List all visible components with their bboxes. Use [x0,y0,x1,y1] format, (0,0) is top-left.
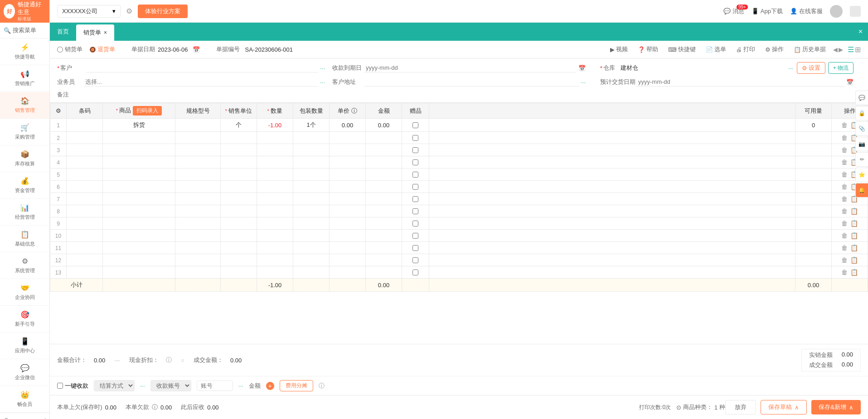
owed-info-icon[interactable]: ⓘ [152,403,158,411]
barcode-cell[interactable] [67,132,103,144]
tab-home[interactable]: 首页 [50,23,76,41]
barcode-input[interactable] [70,220,99,227]
unit-price-cell[interactable]: 0.00 [330,119,366,132]
gift-cell[interactable] [402,144,429,156]
sidebar-item-operations[interactable]: 📊 经营管理 [0,199,49,226]
qty-cell[interactable] [257,205,293,217]
account-select[interactable]: 收款账号 [150,380,191,391]
spec-cell[interactable] [175,132,221,144]
qty-cell[interactable] [257,181,293,193]
payment-dots[interactable]: ··· [140,382,145,389]
gift-checkbox[interactable] [412,233,418,239]
gift-cell[interactable] [402,242,429,254]
product-cell[interactable] [103,266,175,279]
gift-cell[interactable] [402,181,429,193]
sidebar-item-members[interactable]: 👑 畅会员 [0,386,49,413]
sidebar-item-system-mgmt[interactable]: ⚙ 系统管理 [0,252,49,279]
gift-cell[interactable] [402,132,429,144]
toolbar-shortcut[interactable]: ⌨ 快捷键 [665,44,698,54]
float-attach[interactable]: 📎 [855,121,868,136]
barcode-input[interactable] [70,257,99,264]
gift-checkbox[interactable] [412,135,418,141]
spec-cell[interactable] [175,242,221,254]
delete-icon[interactable]: 🗑 [841,121,848,129]
barcode-input[interactable] [70,245,99,251]
gift-cell[interactable] [402,230,429,242]
barcode-cell[interactable] [67,205,103,217]
online-service-item[interactable]: 👤 在线客服 [790,7,823,15]
delete-icon[interactable]: 🗑 [841,146,848,154]
qty-cell[interactable] [257,144,293,156]
sidebar-item-app-center[interactable]: 📱 应用中心 [0,332,49,359]
save-new-btn[interactable]: 保存&新增 ∧ [811,400,861,414]
unit-price-cell[interactable] [330,217,366,230]
qty-cell[interactable] [257,193,293,205]
qty-cell[interactable] [257,217,293,230]
delete-icon[interactable]: 🗑 [841,183,848,190]
gift-checkbox[interactable] [412,270,418,275]
float-camera[interactable]: 📷 [855,137,868,151]
sidebar-item-finance[interactable]: 💰 资金管理 [0,172,49,199]
delete-icon[interactable]: 🗑 [841,195,848,202]
qty-cell[interactable] [257,254,293,266]
spec-cell[interactable] [175,156,221,169]
toolbar-print[interactable]: 🖨 打印 [733,44,758,54]
product-cell[interactable] [103,144,175,156]
barcode-input[interactable] [70,183,99,190]
customer-dots[interactable]: ··· [320,65,325,72]
copy-icon[interactable]: 📋 [850,269,858,276]
expected-date-cal-icon[interactable]: 📅 [846,79,853,86]
save-draft-btn[interactable]: 保存草稿 ∧ [761,400,807,414]
gift-checkbox[interactable] [412,196,418,202]
barcode-input[interactable] [70,208,99,215]
sidebar-item-quick-nav[interactable]: ⚡ 快捷导航 [0,39,49,65]
unit-price-cell[interactable] [330,181,366,193]
warehouse-dots[interactable]: ··· [788,65,793,72]
gift-cell[interactable] [402,169,429,181]
gift-checkbox[interactable] [412,257,418,263]
sidebar-item-inventory[interactable]: 📦 库存核算 [0,145,49,172]
sidebar-item-enterprise[interactable]: 🤝 企业协同 [0,279,49,306]
barcode-input[interactable] [70,171,99,178]
qty-cell[interactable] [257,242,293,254]
barcode-cell[interactable] [67,169,103,181]
barcode-cell[interactable] [67,217,103,230]
copy-icon[interactable]: 📋 [850,244,858,251]
unit-price-cell[interactable] [330,169,366,181]
expected-date-input[interactable] [636,77,844,87]
barcode-input[interactable] [70,269,99,276]
salesman-input[interactable] [83,77,318,87]
fee-split-btn[interactable]: 费用分摊 [280,380,313,391]
gift-checkbox[interactable] [412,172,418,178]
unit-price-cell[interactable] [330,230,366,242]
col-header-settings[interactable]: ⚙ [50,103,67,119]
user-more[interactable] [850,6,861,17]
list-view-icon[interactable]: ☰ [848,45,854,54]
tab-close-icon[interactable]: × [104,29,107,36]
float-edit[interactable]: ✏ [855,152,868,167]
qty-cell[interactable]: -1.00 [257,119,293,132]
salesman-dots[interactable]: ··· [320,79,325,86]
product-cell[interactable] [103,132,175,144]
settings-icon[interactable]: ⚙ [126,7,132,15]
gift-cell[interactable] [402,156,429,169]
barcode-cell[interactable] [67,242,103,254]
scan-btn[interactable]: 扫码录入 [133,106,162,116]
barcode-input[interactable] [70,232,99,239]
delete-icon[interactable]: 🗑 [841,134,848,141]
gift-cell[interactable] [402,254,429,266]
gift-checkbox[interactable] [412,147,418,153]
spec-cell[interactable] [175,169,221,181]
company-selector[interactable]: XXXXXX公司 ▾ [57,5,121,18]
copy-icon[interactable]: 📋 [850,232,858,239]
product-cell[interactable] [103,254,175,266]
barcode-cell[interactable] [67,193,103,205]
fee-info-icon[interactable]: ⓘ [319,382,325,390]
barcode-input[interactable] [70,159,99,166]
gift-cell[interactable] [402,193,429,205]
float-chat[interactable]: 💬 [855,91,868,105]
qty-cell[interactable] [257,132,293,144]
delete-icon[interactable]: 🗑 [841,244,848,251]
float-star[interactable]: ⭐ [855,168,868,182]
next-icon[interactable]: ▶ [839,46,843,53]
